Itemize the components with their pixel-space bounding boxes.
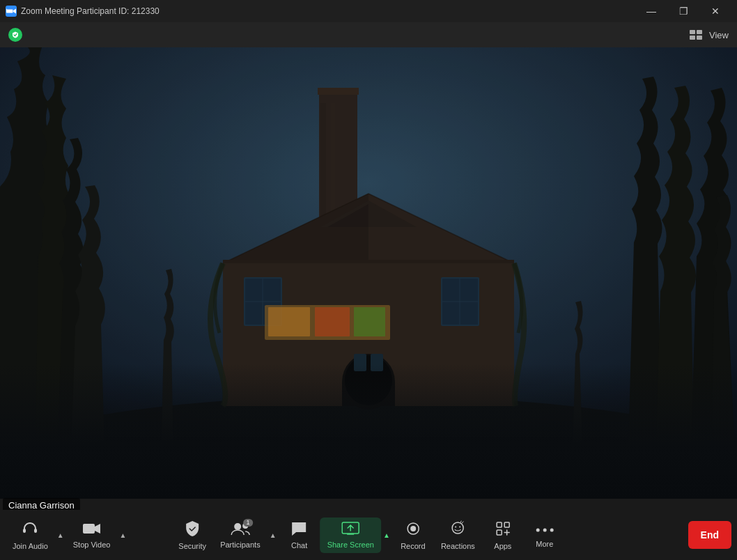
svg-point-68 [543,528,546,531]
more-label: More [536,540,553,548]
stop-video-label: Stop Video [73,540,111,549]
apps-label: Apps [494,542,511,550]
toolbar-center: Security 1 Participants [171,515,566,554]
video-icon [83,522,101,538]
reactions-icon [449,520,466,540]
svg-rect-4 [697,36,702,40]
svg-point-69 [550,528,553,531]
headphone-icon [22,520,38,540]
more-button[interactable]: More [524,518,566,552]
stop-video-button[interactable]: Stop Video [66,518,118,553]
maximize-button[interactable]: ❐ [667,0,699,22]
chat-label: Chat [291,541,307,550]
svg-rect-3 [690,36,695,40]
more-icon [535,522,554,538]
reactions-button[interactable]: Reactions [434,516,482,554]
participants-icon: 1 [231,522,250,538]
title-bar-left: Zoom Meeting Participant ID: 212330 [6,6,160,17]
security-label: Security [178,542,206,550]
title-bar: Zoom Meeting Participant ID: 212330 — ❐ … [0,0,737,22]
participant-count-badge: 1 [243,519,253,527]
svg-point-67 [536,528,539,531]
record-icon [405,520,421,540]
video-caret[interactable]: ▲ [117,515,128,554]
view-label: View [709,30,729,40]
participants-label: Participants [220,540,260,549]
join-audio-button[interactable]: Join Audio [6,516,55,554]
svg-point-62 [455,526,456,527]
view-button[interactable]: View [690,30,729,40]
share-screen-icon [341,522,359,538]
window-controls: — ❐ ✕ [635,0,731,22]
close-button[interactable]: ✕ [699,0,731,22]
svg-rect-54 [83,524,95,534]
window-title: Zoom Meeting Participant ID: 212330 [21,6,160,16]
share-screen-caret[interactable]: ▲ [381,515,392,554]
svg-rect-2 [697,30,702,34]
shield-icon [8,28,22,42]
toolbar-right: End [688,521,731,549]
record-label: Record [401,542,425,550]
share-screen-group: Share Screen ▲ [320,515,392,554]
share-screen-label: Share Screen [327,540,374,549]
security-shield [8,28,22,42]
apps-icon [495,520,511,540]
video-background [0,47,737,499]
record-button[interactable]: Record [392,516,434,554]
svg-rect-66 [497,530,502,535]
bottom-toolbar: Join Audio ▲ Stop Video ▲ [0,510,737,560]
apps-button[interactable]: Apps [482,516,524,554]
participants-button[interactable]: 1 Participants [213,518,267,553]
audio-group: Join Audio ▲ [6,515,66,554]
svg-rect-1 [690,30,695,34]
join-audio-label: Join Audio [13,542,48,550]
end-button[interactable]: End [688,521,731,549]
chat-button[interactable]: Chat [279,517,320,554]
top-bar: View [0,22,737,47]
svg-point-63 [459,526,460,527]
view-icon [690,30,702,40]
svg-point-60 [410,526,416,531]
video-area [0,47,737,499]
chat-icon [291,521,308,539]
svg-point-61 [452,522,463,534]
svg-rect-53 [34,529,37,533]
participants-group: 1 Participants ▲ [213,515,278,554]
participants-caret[interactable]: ▲ [267,515,279,554]
minimize-button[interactable]: — [635,0,667,22]
zoom-logo-icon [6,6,17,17]
audio-caret[interactable]: ▲ [55,515,66,554]
video-group: Stop Video ▲ [66,515,129,554]
svg-rect-64 [497,522,502,527]
share-screen-button[interactable]: Share Screen [320,518,381,553]
ground-overlay [0,364,737,499]
security-button[interactable]: Security [171,516,213,554]
svg-rect-52 [23,529,26,533]
svg-point-55 [234,523,241,530]
security-icon [185,520,200,540]
reactions-label: Reactions [441,542,475,550]
toolbar-left: Join Audio ▲ Stop Video ▲ [6,515,128,554]
svg-rect-65 [504,522,509,527]
